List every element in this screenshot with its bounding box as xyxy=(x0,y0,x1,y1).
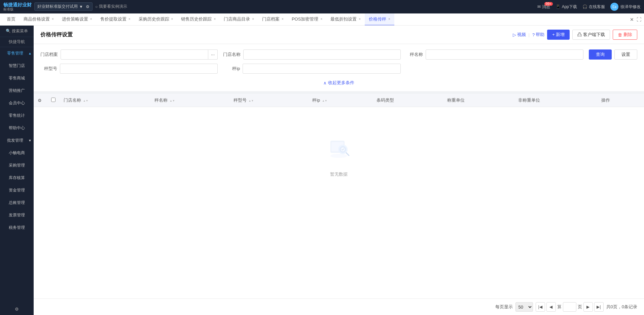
close-icon[interactable]: × xyxy=(282,17,284,21)
app-download-button[interactable]: 📱 App下载 xyxy=(556,4,577,10)
th-operations: 操作 xyxy=(597,94,644,107)
query-actions: 查询 设置 xyxy=(589,49,637,60)
store-name-input[interactable] xyxy=(243,49,400,60)
prev-page-button[interactable]: ◀ xyxy=(546,302,556,312)
delete-icon: 🗑 xyxy=(618,32,622,37)
close-icon[interactable]: × xyxy=(90,17,92,21)
th-scale-name: 秤名称 ▲▼ xyxy=(150,94,229,107)
sidebar-item-ledger[interactable]: 总账管理 xyxy=(0,197,34,209)
close-icon[interactable]: × xyxy=(359,17,361,21)
sidebar-item-retail-mall[interactable]: 零售商城 xyxy=(0,72,34,84)
empty-text: 暂无数据 xyxy=(330,171,348,177)
last-page-button[interactable]: ▶| xyxy=(594,302,604,312)
add-button[interactable]: + 新增 xyxy=(547,30,570,40)
th-check[interactable] xyxy=(47,94,60,107)
close-icon[interactable]: × xyxy=(388,17,390,21)
sidebar-item-tax[interactable]: 税务管理 xyxy=(0,221,34,234)
user-menu[interactable]: Ea 徐泽华修改 xyxy=(610,3,641,11)
sidebar-item-wholesale[interactable]: 批发管理 ▼ xyxy=(0,134,34,147)
tab-product-price[interactable]: 商品价格设置 × xyxy=(20,13,58,26)
per-page-label: 每页显示 xyxy=(495,304,513,310)
online-service-button[interactable]: 🎧 在线客服 xyxy=(582,4,605,10)
delete-button[interactable]: 🗑 删除 xyxy=(613,30,637,40)
tab-home[interactable]: 首页 xyxy=(3,13,20,26)
sort-icon[interactable]: ▲▼ xyxy=(170,99,175,102)
help-link[interactable]: ? 帮助 xyxy=(532,32,544,38)
collapse-bar[interactable]: ∧ 收起更多条件 xyxy=(40,78,637,88)
tab-purchase-history[interactable]: 采购历史价跟踪 × xyxy=(135,13,177,26)
tab-min-discount[interactable]: 最低折扣设置 × xyxy=(326,13,365,26)
th-weight-unit: 称重单位 xyxy=(443,94,514,107)
sidebar-item-member[interactable]: 会员中心 xyxy=(0,97,34,109)
sidebar-gear[interactable]: ⚙ xyxy=(0,303,34,315)
sidebar-item-ecommerce[interactable]: 小畅电商 xyxy=(0,147,34,159)
tab-store-file[interactable]: 门店档案 × xyxy=(258,13,288,26)
scale-name-input[interactable] xyxy=(426,49,583,60)
sidebar-quick-nav[interactable]: 快捷导航 xyxy=(0,37,34,47)
svg-point-0 xyxy=(330,154,347,158)
app-name: 畅捷通好业财 xyxy=(3,2,32,8)
sidebar-item-marketing[interactable]: 营销推广 xyxy=(0,84,34,97)
scale-ip-label: 秤ip xyxy=(223,66,240,72)
sidebar-item-purchase[interactable]: 采购管理 xyxy=(0,159,34,172)
play-icon: ○ xyxy=(95,4,98,9)
expand-tab-icon[interactable]: ⛶ xyxy=(637,17,641,22)
message-button[interactable]: ✉ 消息 99+ xyxy=(537,4,550,10)
tab-sales-history[interactable]: 销售历史价跟踪 × xyxy=(177,13,220,26)
sidebar-item-retail-stats[interactable]: 零售统计 xyxy=(0,109,34,122)
store-file-input[interactable] xyxy=(61,49,208,60)
client-download-button[interactable]: 凸 客户端下载 xyxy=(572,30,610,40)
tab-purchase-strategy[interactable]: 进价策略设置 × xyxy=(58,13,96,26)
page-label: 算 xyxy=(557,304,562,310)
sidebar-item-help[interactable]: 帮助中心 xyxy=(0,122,34,134)
per-page-select[interactable]: 50 10 20 100 xyxy=(515,302,533,312)
chevron-down-icon: ▼ xyxy=(79,4,83,9)
version-selector[interactable]: 好业财标准版交付试用 ▼ ⚙ xyxy=(34,2,93,11)
sort-icon[interactable]: ▲▼ xyxy=(248,99,254,102)
close-tab-icon[interactable]: ✕ xyxy=(630,17,634,22)
close-icon[interactable]: × xyxy=(171,17,173,21)
sidebar-item-finance[interactable]: 资金管理 xyxy=(0,184,34,197)
filter-area: 门店档案 ··· 门店名称 秤名称 查询 设置 xyxy=(34,44,644,91)
top-bar-left: 畅捷通好业财 标准版 好业财标准版交付试用 ▼ ⚙ ○ 我要看实例演示 xyxy=(3,2,127,12)
close-icon[interactable]: × xyxy=(52,17,54,21)
app-logo: 畅捷通好业财 标准版 xyxy=(3,2,32,12)
column-settings-icon[interactable]: ⚙ xyxy=(38,98,42,103)
video-link[interactable]: ▷ 视频 xyxy=(513,32,526,38)
sidebar-item-smart-store[interactable]: 智慧门店 xyxy=(0,60,34,72)
sidebar-search[interactable]: 🔍 搜索菜单 xyxy=(0,26,34,37)
th-scale-ip: 秤ip ▲▼ xyxy=(308,94,372,107)
tab-pos-management[interactable]: POS加密管理 × xyxy=(288,13,326,26)
demo-button[interactable]: ○ 我要看实例演示 xyxy=(95,4,127,9)
sidebar-item-inventory[interactable]: 库存核算 xyxy=(0,172,34,184)
scale-ip-input[interactable] xyxy=(243,64,400,74)
query-button[interactable]: 查询 xyxy=(589,49,612,60)
next-page-button[interactable]: ▶ xyxy=(583,302,593,312)
sort-icon[interactable]: ▲▼ xyxy=(83,99,88,102)
sidebar-item-retail-management[interactable]: 零售管理 ▲ xyxy=(0,47,34,60)
page-header: 价格传秤设置 ▷ 视频 | ? 帮助 + 新增 凸 客户端下载 🗑 xyxy=(34,26,644,44)
store-file-dots-button[interactable]: ··· xyxy=(208,49,218,60)
scale-model-input[interactable] xyxy=(60,64,218,74)
close-icon[interactable]: × xyxy=(252,17,254,21)
page-number-input[interactable]: 1 xyxy=(563,302,576,312)
first-page-button[interactable]: |◀ xyxy=(536,302,545,312)
question-circle-icon: ? xyxy=(532,32,535,37)
store-file-label: 门店档案 xyxy=(40,51,58,58)
tab-store-catalog[interactable]: 门店商品目录 × xyxy=(220,13,258,26)
tab-price-scale[interactable]: 价格传秤 × xyxy=(365,13,394,26)
settings-icon[interactable]: ⚙ xyxy=(86,4,90,9)
table-container: ⚙ 门店名称 ▲▼ 秤名称 ▲▼ xyxy=(34,94,644,299)
sidebar-item-invoice[interactable]: 发票管理 xyxy=(0,209,34,221)
sort-icon[interactable]: ▲▼ xyxy=(322,99,327,102)
tab-price-extract[interactable]: 售价提取设置 × xyxy=(96,13,135,26)
nav-tabs-end: ✕ ⛶ xyxy=(630,17,641,22)
select-all-checkbox[interactable] xyxy=(51,98,56,102)
close-icon[interactable]: × xyxy=(214,17,216,21)
th-gear[interactable]: ⚙ xyxy=(34,94,47,107)
scale-name-label: 秤名称 xyxy=(406,51,423,58)
close-icon[interactable]: × xyxy=(129,17,131,21)
page-end-label: 页 xyxy=(578,304,582,310)
set-button[interactable]: 设置 xyxy=(614,49,637,60)
close-icon[interactable]: × xyxy=(320,17,322,21)
